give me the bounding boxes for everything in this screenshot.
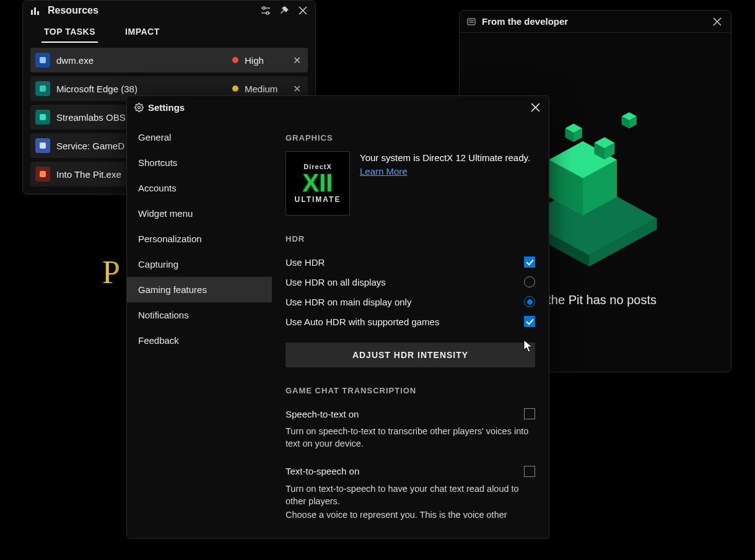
sidebar-item-notifications[interactable]: Notifications — [127, 302, 272, 328]
task-app-icon — [35, 53, 50, 68]
adjust-hdr-intensity-button[interactable]: ADJUST HDR INTENSITY — [286, 343, 535, 367]
settings-dialog: Settings GeneralShortcutsAccountsWidget … — [126, 95, 549, 539]
svg-rect-14 — [468, 19, 475, 25]
dx-badge-bottom: ULTIMATE — [295, 195, 341, 204]
dx-badge-mid: XII — [303, 170, 333, 195]
task-close-icon[interactable]: ✕ — [290, 55, 303, 66]
close-icon[interactable] — [710, 14, 725, 29]
developer-header: From the developer — [460, 11, 731, 33]
checkbox-speech-to-text[interactable] — [524, 408, 535, 419]
option-label: Speech-to-text on — [286, 409, 359, 419]
learn-more-link[interactable]: Learn More — [360, 166, 408, 177]
option-label: Use HDR — [286, 257, 325, 268]
settings-sliders-icon[interactable] — [258, 3, 273, 18]
option-label: Use HDR on all displays — [286, 277, 386, 287]
radio-hdr-all-displays[interactable] — [524, 276, 535, 287]
checkbox-use-hdr[interactable] — [524, 256, 535, 268]
section-header-hdr: HDR — [286, 234, 535, 243]
option-use-hdr: Use HDR — [286, 252, 535, 272]
svg-rect-2 — [37, 11, 39, 15]
sidebar-item-personalization[interactable]: Personalization — [127, 226, 272, 252]
svg-rect-10 — [40, 85, 46, 92]
tab-impact[interactable]: IMPACT — [123, 22, 162, 42]
resources-title: Resources — [48, 5, 255, 16]
resources-tabs: TOP TASKS IMPACT — [23, 20, 315, 43]
option-description: Turn on speech-to-text to transcribe oth… — [286, 425, 530, 450]
svg-point-6 — [266, 12, 269, 14]
task-row[interactable]: dwm.exeHigh✕ — [30, 48, 308, 72]
task-app-icon — [35, 110, 50, 125]
option-hdr-all-displays: Use HDR on all displays — [286, 272, 535, 292]
pin-icon[interactable] — [277, 3, 292, 18]
background-game-text: P — [102, 254, 121, 291]
option-hdr-main-only: Use HDR on main display only — [286, 292, 535, 312]
task-close-icon[interactable]: ✕ — [290, 83, 303, 95]
task-app-icon — [35, 138, 50, 153]
option-description: Turn on text-to-speech to have your chat… — [286, 483, 530, 508]
svg-rect-9 — [40, 57, 46, 63]
developer-title: From the developer — [482, 16, 705, 27]
impact-level: Medium — [245, 84, 284, 94]
option-label: Text-to-speech on — [286, 466, 359, 476]
task-app-icon — [35, 167, 50, 182]
task-name: Microsoft Edge (38) — [56, 84, 226, 94]
sidebar-item-accounts[interactable]: Accounts — [127, 175, 272, 201]
sidebar-item-widget-menu[interactable]: Widget menu — [127, 201, 272, 226]
option-speech-to-text: Speech-to-text on Turn on speech-to-text… — [286, 404, 535, 450]
sidebar-item-feedback[interactable]: Feedback — [127, 328, 272, 353]
radio-hdr-main-only[interactable] — [524, 296, 535, 307]
close-icon[interactable] — [528, 100, 543, 115]
impact-level: High — [245, 55, 284, 66]
option-description-2: Choose a voice to represent you. This is… — [286, 509, 530, 521]
impact-indicator-icon — [232, 57, 238, 63]
option-label: Use Auto HDR with supported games — [286, 317, 439, 327]
option-text-to-speech: Text-to-speech on Turn on text-to-speech… — [286, 462, 535, 522]
close-icon[interactable] — [295, 3, 310, 18]
task-name: dwm.exe — [56, 55, 226, 66]
graphics-status-text: Your system is DirectX 12 Ultimate ready… — [360, 152, 530, 163]
news-icon — [466, 14, 477, 29]
svg-rect-0 — [31, 10, 33, 15]
settings-sidebar: GeneralShortcutsAccountsWidget menuPerso… — [127, 118, 272, 538]
task-app-icon — [35, 81, 50, 96]
sidebar-item-general[interactable]: General — [127, 125, 272, 150]
section-header-chat: GAME CHAT TRANSCRIPTION — [286, 386, 535, 395]
settings-header: Settings — [127, 96, 549, 118]
sidebar-item-shortcuts[interactable]: Shortcuts — [127, 150, 272, 175]
option-auto-hdr: Use Auto HDR with supported games — [286, 312, 535, 331]
resources-header: Resources — [23, 1, 315, 20]
tab-top-tasks[interactable]: TOP TASKS — [41, 22, 98, 42]
option-label: Use HDR on main display only — [286, 297, 411, 307]
sidebar-item-gaming-features[interactable]: Gaming features — [127, 277, 272, 302]
checkbox-auto-hdr[interactable] — [524, 316, 535, 327]
svg-rect-1 — [34, 7, 36, 15]
checkbox-text-to-speech[interactable] — [524, 466, 535, 477]
sidebar-item-capturing[interactable]: Capturing — [127, 252, 272, 277]
chart-icon — [28, 3, 43, 18]
svg-point-35 — [137, 106, 140, 108]
svg-rect-13 — [40, 171, 46, 177]
developer-noposts-text: to the Pit has no posts — [534, 293, 657, 307]
directx-badge: DirectX XII ULTIMATE — [286, 151, 350, 216]
svg-rect-12 — [40, 142, 46, 149]
svg-rect-11 — [40, 114, 46, 120]
svg-point-5 — [263, 7, 265, 9]
settings-content[interactable]: GRAPHICS DirectX XII ULTIMATE Your syste… — [272, 118, 549, 538]
graphics-text: Your system is DirectX 12 Ultimate ready… — [360, 151, 535, 178]
section-header-graphics: GRAPHICS — [286, 133, 535, 142]
graphics-row: DirectX XII ULTIMATE Your system is Dire… — [286, 151, 535, 216]
gear-icon — [133, 100, 144, 115]
settings-title: Settings — [148, 102, 524, 113]
impact-indicator-icon — [232, 85, 238, 92]
